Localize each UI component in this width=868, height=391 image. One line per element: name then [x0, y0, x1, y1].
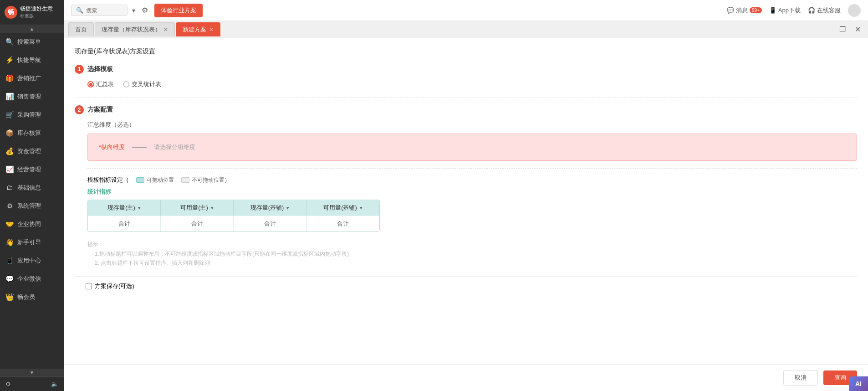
stat-col-header-0[interactable]: 现存量(主) ▾ [88, 200, 161, 216]
app-badge: 标准版 [20, 13, 53, 19]
sidebar-item-marketing[interactable]: 🎁 营销推广 [0, 69, 64, 87]
tab-new-scheme[interactable]: 新建方案 ✕ [176, 22, 220, 36]
sidebar-item-system[interactable]: ⚙ 系统管理 [0, 197, 64, 215]
tab-inventory-close-btn[interactable]: ✕ [163, 26, 168, 33]
stat-label: 统计指标 [87, 188, 857, 196]
step1-content: 汇总表 交叉统计表 [75, 80, 857, 88]
cooperation-icon: 🤝 [5, 220, 14, 228]
radio-summary-circle [87, 81, 94, 87]
search-input[interactable] [86, 7, 123, 14]
sidebar-item-search[interactable]: 🔍 搜索菜单 [0, 33, 64, 51]
app-center-icon: 📱 [5, 257, 14, 265]
sidebar-item-new-guide[interactable]: 👋 新手引导 [0, 233, 64, 252]
message-label: 消息 [736, 6, 748, 15]
tab-new-scheme-close-btn[interactable]: ✕ [209, 26, 214, 33]
stat-col-cell-0-2: 合计 [234, 216, 306, 232]
new-guide-icon: 👋 [5, 238, 14, 247]
radio-cross-label: 交叉统计表 [132, 80, 161, 88]
tips-item-0: 1.拖动标题栏可以调整布局，不可跨维度或指标区域拖动栏目字段(只能在同一维度或指… [95, 250, 857, 258]
dimension-placeholder[interactable]: 请选择分组维度 [154, 143, 195, 151]
radio-summary[interactable]: 汇总表 [87, 80, 114, 88]
app-download-btn[interactable]: 📱 App下载 [769, 6, 801, 15]
stat-col-header-1-label: 可用量(主) [180, 204, 208, 212]
step2-label: 方案配置 [87, 106, 113, 114]
sidebar-item-label: 营销推广 [17, 74, 41, 82]
legend-nondraggable-label: 不可拖动位置） [192, 176, 230, 184]
tips-title: 提示： [87, 241, 857, 248]
tips-item-1: 2. 点击标题栏下拉可设置排序、插入列和删除列 [95, 259, 857, 267]
sidebar-scroll-up[interactable]: ▲ [0, 25, 64, 33]
tab-new-scheme-label: 新建方案 [183, 26, 206, 34]
save-checkbox[interactable] [86, 283, 92, 289]
tab-inventory-status[interactable]: 现存量（库存状况表） ✕ [95, 22, 175, 36]
chevron-down-icon-1: ▾ [211, 205, 214, 211]
sidebar-item-member[interactable]: 👑 畅会员 [0, 288, 64, 306]
dimension-label: 汇总维度（必选） [87, 121, 857, 129]
step1-section: 1 选择模板 汇总表 交叉统计表 [75, 65, 857, 88]
tabbar-close-btn[interactable]: ✕ [852, 24, 863, 35]
ai-badge[interactable]: Ai [849, 376, 868, 391]
message-btn[interactable]: 💬 消息 99+ [727, 6, 762, 15]
user-avatar[interactable] [848, 4, 861, 17]
footer-settings-icon[interactable]: ⚙ [5, 381, 11, 387]
sidebar-item-wechat[interactable]: 💬 企业微信 [0, 270, 64, 288]
sidebar-item-label: 销售管理 [17, 93, 41, 101]
tips-section: 提示： 1.拖动标题栏可以调整布局，不可跨维度或指标区域拖动栏目字段(只能在同一… [87, 241, 857, 267]
topbar-right: 💬 消息 99+ 📱 App下载 🎧 在线客服 [727, 4, 861, 17]
cancel-button[interactable]: 取消 [783, 370, 818, 386]
sidebar-item-cooperation[interactable]: 🤝 企业协同 [0, 215, 64, 233]
search-box[interactable]: 🔍 [71, 5, 128, 16]
stat-table: 现存量(主) ▾ 可用量(主) ▾ 现存量(基辅) ▾ [87, 200, 380, 232]
app-download-label: App下载 [778, 6, 801, 15]
page-title: 现存量(库存状况表)方案设置 [75, 47, 857, 56]
sidebar-item-basic-info[interactable]: 🗂 基础信息 [0, 179, 64, 197]
sidebar-item-label: 采购管理 [17, 111, 41, 119]
sidebar-item-label: 基础信息 [17, 184, 41, 192]
marketing-icon: 🎁 [5, 74, 14, 82]
sidebar-item-label: 畅会员 [17, 293, 35, 301]
tab-home[interactable]: 首页 [68, 22, 94, 36]
legend-draggable-label: 可拖动位置 [147, 176, 174, 184]
sidebar-menu: 🔍 搜索菜单 ⚡ 快捷导航 🎁 营销推广 📊 销售管理 🛒 采购管理 📦 库存核… [0, 33, 64, 369]
topbar: 🔍 ▾ ⚙ 体验行业方案 💬 消息 99+ 📱 App下载 🎧 在线客服 [64, 0, 868, 21]
trial-industry-btn[interactable]: 体验行业方案 [154, 4, 203, 17]
stat-table-row-0: 合计 合计 合计 合计 [88, 216, 379, 232]
sidebar-item-sales[interactable]: 📊 销售管理 [0, 87, 64, 106]
sidebar-item-label: 应用中心 [17, 257, 41, 265]
online-service-btn[interactable]: 🎧 在线客服 [808, 6, 841, 15]
search-dropdown-btn[interactable]: ▾ [132, 7, 135, 14]
topbar-settings-btn[interactable]: ⚙ [140, 4, 150, 16]
legend-nondraggable-box [181, 177, 189, 183]
footer-help-icon[interactable]: 🔈 [51, 381, 58, 387]
stat-col-header-2[interactable]: 现存量(基辅) ▾ [234, 200, 306, 216]
sidebar-footer: ⚙ 🔈 [0, 376, 64, 391]
tabbar-restore-btn[interactable]: ❐ [837, 24, 848, 35]
metric-legend-row: 模板指标设定（ 可拖动位置 不可拖动位置） [87, 176, 857, 184]
step2-num: 2 [75, 105, 84, 114]
app-download-icon: 📱 [769, 7, 776, 14]
sidebar-item-app-center[interactable]: 📱 应用中心 [0, 252, 64, 270]
stat-col-header-1[interactable]: 可用量(主) ▾ [161, 200, 234, 216]
sidebar-scroll-down[interactable]: ▼ [0, 369, 64, 376]
sidebar-item-quick-nav[interactable]: ⚡ 快捷导航 [0, 51, 64, 69]
member-icon: 👑 [5, 293, 14, 301]
system-icon: ⚙ [5, 202, 14, 210]
sidebar-item-operation[interactable]: 📈 经营管理 [0, 160, 64, 179]
dimension-required-mark: *纵向维度 [99, 143, 125, 151]
stat-table-header: 现存量(主) ▾ 可用量(主) ▾ 现存量(基辅) ▾ [88, 200, 379, 216]
dimension-arrow: —— [132, 143, 147, 151]
radio-cross[interactable]: 交叉统计表 [123, 80, 161, 88]
inventory-icon: 📦 [5, 129, 14, 137]
sidebar-item-inventory[interactable]: 📦 库存核算 [0, 124, 64, 142]
sidebar-item-purchase[interactable]: 🛒 采购管理 [0, 106, 64, 124]
online-service-icon: 🎧 [808, 7, 815, 14]
footer: 取消 查询 [64, 364, 868, 391]
tab-home-label: 首页 [75, 26, 87, 34]
save-checkbox-label: 方案保存(可选) [95, 282, 134, 290]
sidebar-item-finance[interactable]: 💰 资金管理 [0, 142, 64, 160]
stat-col-cell-0-1: 合计 [161, 216, 234, 232]
sales-icon: 📊 [5, 93, 14, 101]
stat-col-header-3[interactable]: 可用量(基辅) ▾ [306, 200, 379, 216]
search-icon: 🔍 [5, 38, 14, 46]
basic-info-icon: 🗂 [5, 184, 14, 192]
